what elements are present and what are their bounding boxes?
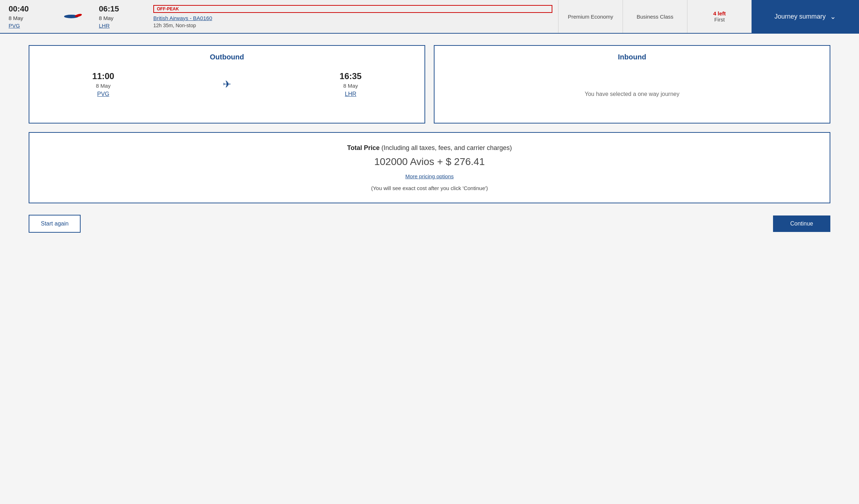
departure-time: 00:40 xyxy=(9,4,49,14)
departure-airport[interactable]: PVG xyxy=(9,23,49,29)
arrival-time: 06:15 xyxy=(99,4,139,14)
outbound-card-header: Outbound xyxy=(29,46,424,66)
arrival-section: 06:15 8 May LHR xyxy=(90,0,148,33)
outbound-dep-date: 8 May xyxy=(92,83,114,89)
buttons-row: Start again Continue xyxy=(29,215,830,233)
departure-section: 00:40 8 May PVG xyxy=(0,0,57,33)
price-card: Total Price (Including all taxes, fees, … xyxy=(29,132,830,203)
outbound-arr-time: 16:35 xyxy=(340,71,361,81)
cabin-first: 4 left First xyxy=(687,0,752,33)
outbound-arrival: 16:35 8 May LHR xyxy=(340,71,361,97)
journey-cards: Outbound 11:00 8 May PVG ✈ 16:35 8 May L… xyxy=(29,45,830,123)
price-label-suffix: (Including all taxes, fees, and carrier … xyxy=(381,144,512,151)
flight-details-section: OFF-PEAK British Airways - BA0160 12h 35… xyxy=(148,0,558,33)
cabin-business-class: Business Class xyxy=(623,0,687,33)
price-label-text: Total Price xyxy=(347,144,380,151)
ba-logo-icon xyxy=(63,13,85,20)
airline-logo-section xyxy=(57,0,90,33)
flight-row: 00:40 8 May PVG 06:15 8 May LHR OFF-PEAK… xyxy=(0,0,859,34)
flight-duration: 12h 35m, Non-stop xyxy=(153,23,552,28)
outbound-arr-date: 8 May xyxy=(340,83,361,89)
departure-date: 8 May xyxy=(9,15,49,21)
arrival-date: 8 May xyxy=(99,15,139,21)
journey-summary-label: Journey summary xyxy=(774,13,826,20)
price-value: 102000 Avios + $ 276.41 xyxy=(41,156,818,168)
outbound-card: Outbound 11:00 8 May PVG ✈ 16:35 8 May L… xyxy=(29,45,425,123)
outbound-dep-airport[interactable]: PVG xyxy=(92,91,114,97)
airline-name-link[interactable]: British Airways - BA0160 xyxy=(153,15,552,21)
outbound-arr-airport[interactable]: LHR xyxy=(340,91,361,97)
inbound-message: You have selected a one way journey xyxy=(585,91,679,97)
journey-summary-button[interactable]: Journey summary ⌄ xyxy=(752,0,859,33)
more-pricing-link[interactable]: More pricing options xyxy=(41,173,818,179)
outbound-card-body: 11:00 8 May PVG ✈ 16:35 8 May LHR xyxy=(29,66,424,109)
outbound-departure: 11:00 8 May PVG xyxy=(92,71,114,97)
price-label: Total Price (Including all taxes, fees, … xyxy=(41,144,818,152)
arrival-airport[interactable]: LHR xyxy=(99,23,139,29)
start-again-button[interactable]: Start again xyxy=(29,215,81,233)
chevron-down-icon: ⌄ xyxy=(830,12,836,21)
off-peak-badge: OFF-PEAK xyxy=(153,5,552,13)
inbound-card-header: Inbound xyxy=(435,46,830,66)
plane-icon: ✈ xyxy=(223,78,231,90)
inbound-card-body: You have selected a one way journey xyxy=(435,66,830,123)
outbound-dep-time: 11:00 xyxy=(92,71,114,81)
seats-left-label: 4 left xyxy=(713,10,726,16)
price-note: (You will see exact cost after you click… xyxy=(41,185,818,191)
main-content: Outbound 11:00 8 May PVG ✈ 16:35 8 May L… xyxy=(0,34,859,244)
cabin-premium-economy: Premium Economy xyxy=(558,0,623,33)
cabin-first-label: First xyxy=(714,16,725,23)
continue-button[interactable]: Continue xyxy=(773,215,830,232)
inbound-card: Inbound You have selected a one way jour… xyxy=(434,45,830,123)
